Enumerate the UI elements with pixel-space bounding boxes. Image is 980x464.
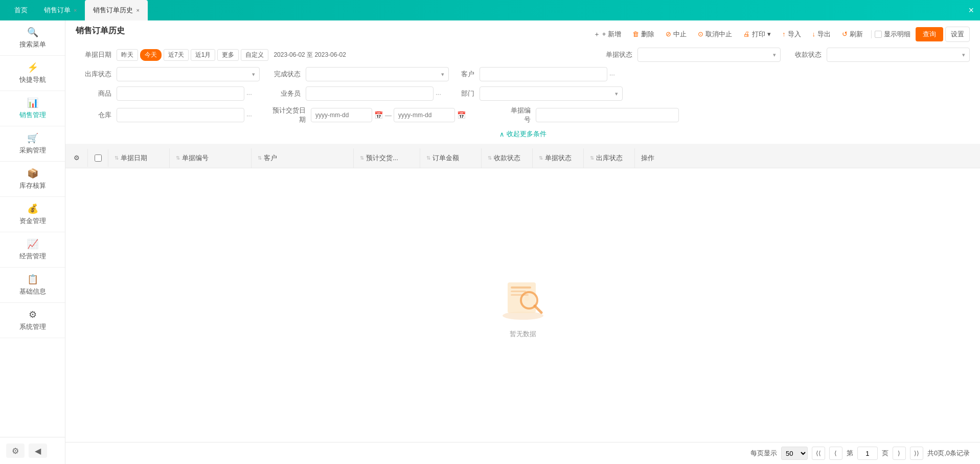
- calendar-start-icon[interactable]: 📅: [374, 111, 383, 119]
- sidebar-item-finance[interactable]: 💰 资金管理: [0, 197, 65, 232]
- tab-home[interactable]: 首页: [6, 0, 36, 20]
- product-input[interactable]: [117, 86, 244, 101]
- pay-status-select[interactable]: ▾: [827, 48, 970, 62]
- filter-row-4: 仓库 ··· 预计交货日期 📅 — 📅 单据编号: [76, 106, 970, 124]
- product-ellipsis[interactable]: ···: [244, 90, 254, 98]
- date-dash: —: [385, 112, 392, 119]
- date-label: 单据日期: [76, 50, 117, 59]
- display-columns-checkbox[interactable]: [875, 31, 882, 38]
- th-customer[interactable]: ⇅ 客户: [252, 148, 354, 168]
- purchase-mgmt-icon: 🛒: [27, 132, 38, 144]
- sidebar-item-purchase-mgmt[interactable]: 🛒 采购管理: [0, 126, 65, 162]
- collapse-up-icon: ∧: [499, 130, 505, 138]
- page-size-select[interactable]: 50 20 100: [781, 447, 808, 460]
- sidebar-item-search-menu[interactable]: 🔍 搜索菜单: [0, 20, 65, 56]
- warehouse-input[interactable]: [117, 108, 244, 122]
- th-order-status[interactable]: ⇅ 单据状态: [533, 148, 584, 168]
- new-btn[interactable]: ＋ + 新增: [588, 27, 626, 41]
- th-num[interactable]: ⇅ 单据编号: [170, 148, 252, 168]
- date-range-display: 2023-06-02 至 2023-06-02: [274, 51, 346, 59]
- next-page-btn[interactable]: ⟩: [893, 447, 906, 460]
- empty-text: 暂无数据: [510, 329, 536, 339]
- complete-status-label: 完成状态: [270, 70, 306, 79]
- settings-btn-toolbar[interactable]: 设置: [945, 27, 970, 42]
- tab-sales-order-history-close[interactable]: ×: [136, 7, 139, 13]
- select-all-checkbox[interactable]: [95, 154, 102, 162]
- date-btn-7days[interactable]: 近7天: [164, 49, 189, 61]
- sidebar: 🔍 搜索菜单 ⚡ 快捷导航 📊 销售管理 🛒 采购管理 📦 库存核算 💰 资金管…: [0, 20, 65, 464]
- th-delivery[interactable]: ⇅ 预计交货...: [354, 148, 420, 168]
- print-icon: 🖨: [743, 30, 750, 38]
- sidebar-item-inventory[interactable]: 📦 库存核算: [0, 162, 65, 197]
- sidebar-item-finance-label: 资金管理: [19, 216, 46, 226]
- date-btn-custom[interactable]: 自定义: [241, 49, 268, 61]
- print-label: 打印: [752, 30, 765, 39]
- sales-mgmt-icon: 📊: [27, 97, 38, 108]
- sidebar-item-sales-mgmt[interactable]: 📊 销售管理: [0, 91, 65, 126]
- tab-sales-order-history[interactable]: 销售订单历史 ×: [85, 0, 147, 20]
- inventory-icon: 📦: [27, 168, 38, 179]
- order-status-select[interactable]: ▾: [637, 48, 781, 62]
- date-btn-more[interactable]: 更多: [217, 49, 239, 61]
- import-icon: ↑: [782, 30, 786, 38]
- sidebar-item-purchase-label: 采购管理: [19, 146, 46, 155]
- date-btn-yesterday[interactable]: 昨天: [117, 49, 138, 61]
- tab-sales-order-close[interactable]: ×: [74, 7, 77, 13]
- warehouse-ellipsis[interactable]: ···: [244, 112, 254, 119]
- th-settings[interactable]: ⚙: [65, 149, 88, 167]
- dept-arrow: ▾: [615, 91, 618, 97]
- sidebar-item-operations[interactable]: 📈 经营管理: [0, 232, 65, 268]
- dept-label: 部门: [459, 89, 480, 98]
- collapse-btn[interactable]: ∧ 收起更多条件: [76, 129, 970, 139]
- sidebar-settings-btn[interactable]: ⚙: [6, 444, 25, 458]
- order-num-input[interactable]: [536, 108, 679, 122]
- tab-sales-order[interactable]: 销售订单 ×: [36, 0, 85, 20]
- table-area: ⚙ ⇅ 单据日期 ⇅ 单据编号 ⇅ 客户 ⇅: [65, 148, 980, 442]
- date-btn-1month[interactable]: 近1月: [191, 49, 216, 61]
- calendar-end-icon[interactable]: 📅: [457, 111, 466, 119]
- window-close-icon[interactable]: ×: [968, 5, 974, 16]
- settings-label: 设置: [951, 30, 964, 39]
- date-btn-today[interactable]: 今天: [140, 49, 162, 61]
- th-out-status[interactable]: ⇅ 出库状态: [584, 148, 635, 168]
- search-menu-icon: 🔍: [27, 27, 38, 38]
- last-page-btn[interactable]: ⟩⟩: [910, 447, 923, 460]
- th-checkbox[interactable]: [88, 149, 108, 167]
- salesman-input[interactable]: [306, 86, 434, 101]
- sidebar-collapse-btn[interactable]: ◀: [29, 444, 47, 458]
- th-date[interactable]: ⇅ 单据日期: [108, 148, 170, 168]
- refresh-icon: ↺: [842, 30, 848, 38]
- sidebar-item-sys-mgmt[interactable]: ⚙ 系统管理: [0, 303, 65, 338]
- complete-status-select[interactable]: ▾: [306, 67, 449, 81]
- delete-label: 删除: [641, 30, 654, 39]
- out-status-select[interactable]: ▾: [117, 67, 260, 81]
- collapse-label: 收起更多条件: [507, 129, 546, 139]
- filter-row-1: 单据日期 昨天 今天 近7天 近1月 更多 自定义 2023-06-02 至 2…: [76, 48, 970, 62]
- import-btn[interactable]: ↑ 导入: [777, 27, 806, 41]
- order-status-arrow: ▾: [773, 52, 776, 58]
- delete-btn[interactable]: 🗑 删除: [627, 27, 659, 41]
- first-page-btn[interactable]: ⟨⟨: [812, 447, 825, 460]
- cancel-stop-btn[interactable]: ⊙ 取消中止: [693, 27, 737, 41]
- th-pay-status[interactable]: ⇅ 收款状态: [482, 148, 533, 168]
- warehouse-label: 仓库: [76, 111, 117, 120]
- print-btn[interactable]: 🖨 打印 ▾: [738, 27, 776, 41]
- customer-input[interactable]: [480, 67, 607, 81]
- customer-ellipsis[interactable]: ···: [607, 71, 617, 78]
- query-btn[interactable]: 查询: [916, 27, 943, 41]
- dept-select[interactable]: ▾: [480, 86, 623, 101]
- delivery-date-end[interactable]: [394, 108, 455, 122]
- svg-rect-4: [511, 294, 529, 296]
- display-columns-toggle[interactable]: 显示明细: [875, 30, 910, 39]
- salesman-ellipsis[interactable]: ···: [434, 90, 443, 98]
- export-btn[interactable]: ↓ 导出: [807, 27, 836, 41]
- refresh-btn[interactable]: ↺ 刷新: [837, 27, 868, 41]
- delivery-date-start[interactable]: [311, 108, 372, 122]
- operations-icon: 📈: [27, 238, 38, 250]
- sidebar-item-basic-info[interactable]: 📋 基础信息: [0, 268, 65, 303]
- page-number-input[interactable]: [857, 447, 878, 460]
- prev-page-btn[interactable]: ⟨: [829, 447, 842, 460]
- stop-btn[interactable]: ⊘ 中止: [660, 27, 692, 41]
- sidebar-item-quick-nav[interactable]: ⚡ 快捷导航: [0, 56, 65, 91]
- th-amount[interactable]: ⇅ 订单金额: [420, 148, 482, 168]
